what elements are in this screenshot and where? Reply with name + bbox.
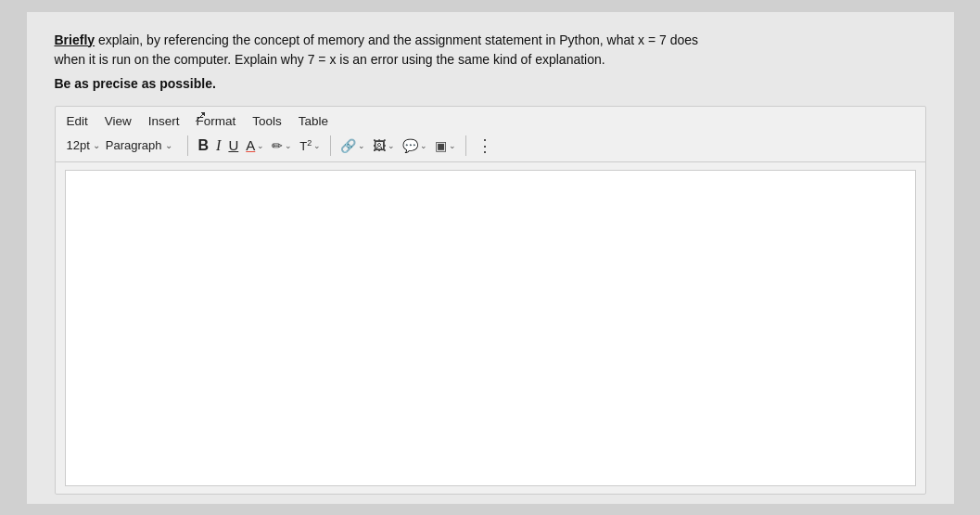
link-button[interactable]: 🔗 ⌄ xyxy=(337,136,368,155)
font-size-selector[interactable]: 12pt ⌄ xyxy=(67,138,100,152)
menu-view[interactable]: View xyxy=(105,114,132,128)
comment-icon: 💬 xyxy=(402,138,418,153)
menu-edit[interactable]: Edit xyxy=(67,114,88,128)
image-button[interactable]: 🖼 ⌄ xyxy=(370,136,398,155)
font-size-chevron: ⌄ xyxy=(93,140,100,150)
superscript-button[interactable]: T2 ⌄ xyxy=(297,136,324,155)
underline-button[interactable]: U xyxy=(225,135,241,155)
editor-wrapper: Edit View Insert Format Tools Table ⭧ 12… xyxy=(55,106,926,495)
text-color-button[interactable]: A ⌄ xyxy=(243,135,267,155)
more-icon: ⋮ xyxy=(477,135,493,156)
comment-chevron: ⌄ xyxy=(420,141,427,150)
editor-content-area[interactable] xyxy=(65,170,916,486)
link-chevron: ⌄ xyxy=(358,141,365,150)
italic-button[interactable]: I xyxy=(213,135,223,156)
bold-button[interactable]: B xyxy=(196,135,212,156)
briefly-text: Briefly xyxy=(55,32,95,47)
link-icon: 🔗 xyxy=(340,138,356,153)
be-precise-text: Be as precise as possible. xyxy=(55,76,926,91)
highlight-button[interactable]: ✏ ⌄ xyxy=(269,136,295,155)
toolbar-divider-3 xyxy=(465,135,466,156)
more-options-button[interactable]: ⋮ xyxy=(473,135,497,156)
comment-button[interactable]: 💬 ⌄ xyxy=(400,136,430,155)
menu-bar: Edit View Insert Format Tools Table ⭧ xyxy=(56,107,925,132)
image-chevron: ⌄ xyxy=(388,141,395,150)
image-icon: 🖼 xyxy=(373,138,386,153)
paragraph-selector[interactable]: Paragraph ⌄ xyxy=(106,138,172,152)
toolbar: 12pt ⌄ Paragraph ⌄ B I U xyxy=(56,132,925,162)
toolbar-divider-2 xyxy=(330,135,331,156)
menu-tools[interactable]: Tools xyxy=(252,114,282,128)
text-color-a: A xyxy=(246,137,255,153)
paragraph-label: Paragraph xyxy=(106,138,162,152)
paragraph-chevron: ⌄ xyxy=(165,140,172,150)
block-chevron: ⌄ xyxy=(449,141,456,150)
highlight-chevron: ⌄ xyxy=(285,141,292,150)
line2-text: when it is run on the computer. Explain … xyxy=(55,52,605,67)
highlight-icon: ✏ xyxy=(272,138,283,153)
question-text: Briefly explain, by referencing the conc… xyxy=(55,31,926,71)
cursor-icon: ⭧ xyxy=(193,109,208,125)
font-size-value: 12pt xyxy=(67,138,90,152)
block-button[interactable]: ▣ ⌄ xyxy=(432,136,459,155)
doc-icon: ▣ xyxy=(435,138,447,153)
page-container: Briefly explain, by referencing the conc… xyxy=(27,12,954,504)
superscript-label: T2 xyxy=(299,138,312,153)
line1-text: explain, by referencing the concept of m… xyxy=(95,32,698,47)
menu-insert[interactable]: Insert xyxy=(148,114,180,128)
format-buttons: B I U A ⌄ ✏ ⌄ xyxy=(196,135,498,156)
superscript-chevron: ⌄ xyxy=(313,141,321,150)
menu-table[interactable]: Table xyxy=(299,114,328,128)
toolbar-divider-1 xyxy=(187,135,188,156)
text-color-chevron: ⌄ xyxy=(257,141,264,150)
